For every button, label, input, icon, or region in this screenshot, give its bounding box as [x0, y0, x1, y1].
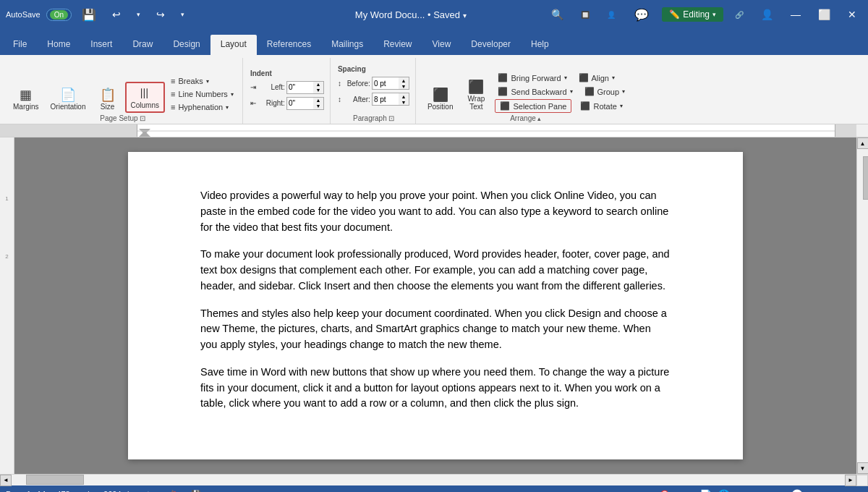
zoom-slider[interactable]: [767, 489, 825, 493]
indent-left-input-wrap: ▲ ▼: [286, 81, 324, 94]
scroll-left-button[interactable]: ◄: [0, 475, 12, 486]
breaks-button[interactable]: ≡ Breaks ▾: [168, 75, 237, 87]
tab-help[interactable]: Help: [521, 35, 559, 55]
spacing-after-input[interactable]: [374, 93, 400, 105]
ruler: [0, 124, 868, 137]
scroll-up-button[interactable]: ▲: [857, 137, 869, 149]
vertical-scrollbar[interactable]: ▲ ▼: [856, 137, 868, 474]
tab-design[interactable]: Design: [163, 35, 210, 55]
title-chevron[interactable]: ▾: [463, 12, 467, 20]
indent-left-label: Left:: [259, 83, 285, 91]
comments-button[interactable]: 💬: [627, 5, 656, 25]
account-button[interactable]: 👤: [755, 6, 779, 23]
selection-pane-button[interactable]: ⬛ Selection Pane: [495, 99, 571, 113]
selection-pane-label: Selection Pane: [513, 102, 566, 111]
editing-button[interactable]: ✏️ Editing ▾: [662, 7, 723, 22]
tab-layout[interactable]: Layout: [210, 35, 257, 55]
hscroll-thumb[interactable]: [26, 475, 84, 485]
customize-qat-button[interactable]: ▾: [175, 8, 190, 21]
editing-chevron: ▾: [712, 11, 716, 18]
scroll-down-button[interactable]: ▼: [857, 462, 869, 474]
search-button[interactable]: 🔍: [545, 6, 569, 23]
minimize-button[interactable]: —: [785, 6, 807, 23]
align-label: Align: [592, 74, 609, 82]
hyphenation-label: Hyphenation: [178, 103, 223, 111]
tab-developer[interactable]: Developer: [461, 35, 521, 55]
columns-button[interactable]: ⫼ Columns: [125, 82, 165, 113]
group-label: Group: [597, 88, 620, 96]
tab-home[interactable]: Home: [37, 35, 80, 55]
rotate-icon: ⬛: [580, 101, 590, 111]
tab-draw[interactable]: Draw: [122, 35, 163, 55]
autosave-toggle[interactable]: On: [46, 9, 72, 21]
line-numbers-label: Line Numbers: [178, 90, 227, 98]
restore-button[interactable]: ⬜: [812, 6, 836, 23]
spacing-after-up[interactable]: ▲: [399, 93, 409, 99]
tab-references[interactable]: References: [257, 35, 321, 55]
rotate-button[interactable]: ⬛ Rotate ▾: [577, 99, 625, 113]
spacing-before-input-wrap: ▲ ▼: [372, 77, 409, 90]
size-button[interactable]: 📋 Size: [93, 86, 122, 113]
spacing-before-label: Before:: [344, 80, 370, 88]
spacing-before-input[interactable]: [374, 77, 400, 89]
spacing-before-down[interactable]: ▼: [399, 83, 409, 89]
undo-button[interactable]: ↩: [106, 6, 127, 23]
indent-content: Indent ⇥ Left: ▲ ▼ ⇤ Right:: [250, 58, 324, 121]
indent-right-input-wrap: ▲ ▼: [286, 97, 324, 110]
orientation-label: Orientation: [51, 103, 86, 111]
indent-right-icon: ⇤: [250, 99, 256, 107]
zoom-out-button[interactable]: −: [755, 489, 761, 492]
paragraph-2: To make your document look professionall…: [200, 247, 671, 294]
tab-review[interactable]: Review: [373, 35, 422, 55]
selection-pane-icon: ⬛: [500, 101, 510, 111]
bring-forward-button[interactable]: ⬛ Bring Forward ▾: [495, 72, 569, 84]
indent-left-input[interactable]: [289, 82, 315, 93]
view-outline-button[interactable]: ≡: [736, 489, 741, 493]
line-numbers-button[interactable]: ≡ Line Numbers ▾: [168, 88, 237, 100]
align-button[interactable]: ⬛ Align ▾: [576, 72, 618, 84]
share-button[interactable]: 👤: [601, 8, 621, 22]
paragraph-expand[interactable]: ⊡: [388, 114, 394, 122]
redo-button[interactable]: ↪: [150, 6, 171, 23]
tab-mailings[interactable]: Mailings: [321, 35, 373, 55]
arrange-expand[interactable]: ▴: [537, 115, 541, 122]
margins-button[interactable]: ▦ Margins: [9, 86, 43, 113]
indent-right-label: Right:: [259, 99, 285, 107]
breaks-chevron: ▾: [206, 78, 209, 85]
spacing-before-up[interactable]: ▲: [399, 77, 409, 83]
indent-right-down[interactable]: ▼: [313, 103, 323, 109]
indent-right-input[interactable]: [289, 98, 315, 109]
columns-icon: ⫼: [137, 85, 152, 100]
indent-left-down[interactable]: ▼: [313, 88, 323, 93]
ribbon-display-button[interactable]: 🔲: [575, 8, 595, 22]
hscroll-track[interactable]: [12, 475, 845, 485]
page-setup-expand[interactable]: ⊡: [140, 114, 145, 122]
share-collab-button[interactable]: 🔗: [729, 8, 749, 22]
horizontal-scrollbar[interactable]: ◄ ►: [0, 474, 868, 485]
zoom-in-button[interactable]: +: [830, 489, 836, 492]
indent-right-up[interactable]: ▲: [313, 98, 323, 103]
send-backward-button[interactable]: ⬛ Send Backward ▾: [495, 85, 575, 98]
hyphenation-button[interactable]: ≡ Hyphenation ▾: [168, 101, 237, 113]
group-button[interactable]: ⬛ Group ▾: [582, 85, 629, 98]
tab-view[interactable]: View: [422, 35, 461, 55]
position-button[interactable]: ⬛ Position: [423, 86, 458, 113]
save-button[interactable]: 💾: [76, 5, 102, 25]
paragraph-1: Video provides a powerful way to help yo…: [200, 188, 671, 235]
scroll-right-button[interactable]: ►: [845, 475, 856, 486]
undo-dropdown[interactable]: ▾: [131, 8, 146, 21]
tab-insert[interactable]: Insert: [80, 35, 122, 55]
indent-left-up[interactable]: ▲: [313, 82, 323, 88]
scrollbar-thumb[interactable]: [863, 156, 869, 200]
wrap-text-button[interactable]: ⬛ WrapText: [461, 78, 490, 113]
orientation-button[interactable]: 📄 Orientation: [46, 86, 90, 113]
page-container[interactable]: Video provides a powerful way to help yo…: [14, 137, 856, 474]
spacing-after-down[interactable]: ▼: [399, 99, 409, 105]
wrap-text-icon: ⬛: [468, 80, 484, 93]
view-print-button[interactable]: 📄: [699, 489, 712, 493]
close-button[interactable]: ✕: [842, 6, 862, 23]
indent-left-icon: ⇥: [250, 83, 256, 91]
view-web-button[interactable]: 🌐: [718, 489, 730, 493]
tab-file[interactable]: File: [3, 35, 37, 55]
paragraph-4: Save time in Word with new buttons that …: [200, 365, 671, 412]
